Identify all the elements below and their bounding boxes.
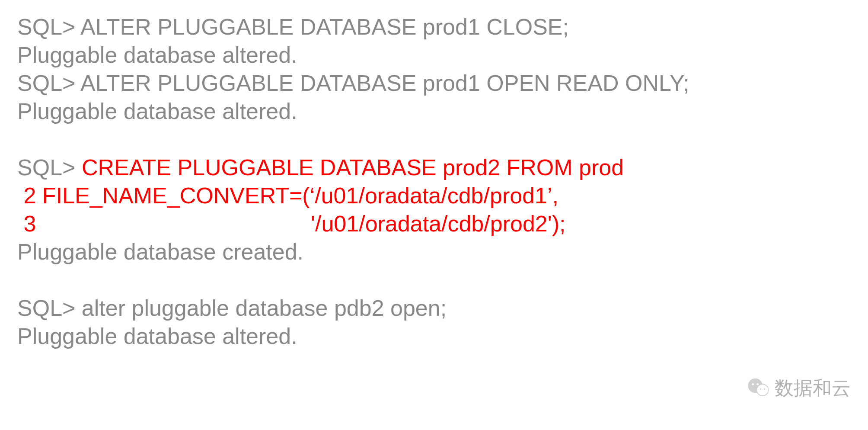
svg-point-5 [764, 388, 765, 390]
svg-point-3 [757, 383, 759, 385]
code-line: Pluggable database altered. [17, 97, 851, 125]
sql-output-block: SQL> ALTER PLUGGABLE DATABASE prod1 CLOS… [17, 13, 851, 350]
code-line: SQL> ALTER PLUGGABLE DATABASE prod1 OPEN… [17, 69, 851, 97]
code-line: Pluggable database altered. [17, 322, 851, 350]
watermark-text: 数据和云 [775, 376, 851, 400]
code-line: 3 '/u01/oradata/cdb/prod2'); [17, 210, 851, 238]
code-line: SQL> alter pluggable database pdb2 open; [17, 294, 851, 322]
svg-point-2 [752, 383, 753, 385]
svg-point-4 [760, 388, 761, 390]
code-line: Pluggable database created. [17, 238, 851, 266]
code-line: SQL> CREATE PLUGGABLE DATABASE prod2 FRO… [17, 154, 851, 182]
svg-point-1 [757, 384, 769, 396]
code-line: 2 FILE_NAME_CONVERT=(‘/u01/oradata/cdb/p… [17, 182, 851, 210]
watermark: 数据和云 [746, 375, 851, 400]
code-line: SQL> ALTER PLUGGABLE DATABASE prod1 CLOS… [17, 13, 851, 41]
wechat-icon [746, 375, 770, 400]
code-line: Pluggable database altered. [17, 41, 851, 69]
